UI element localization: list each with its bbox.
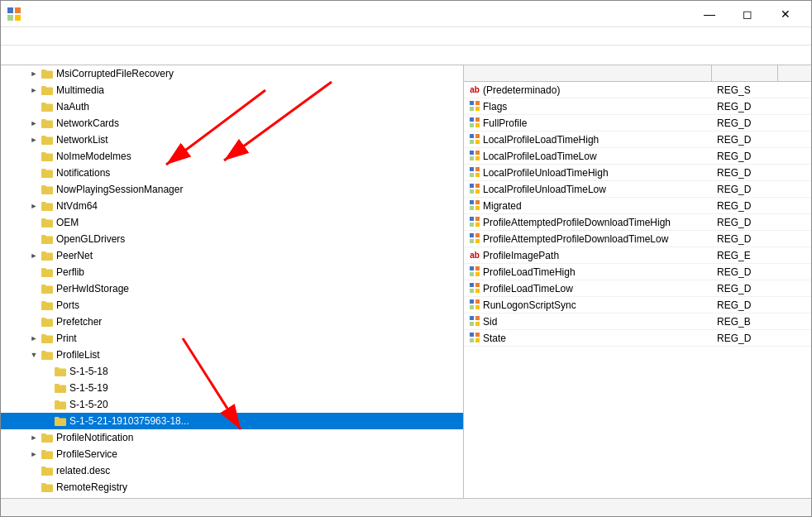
expand-icon-NetworkList[interactable]: ► [27,133,41,146]
tree-item-Ports[interactable]: Ports [1,297,463,314]
minimize-button[interactable]: ― [690,1,728,27]
value-type-cell-4: REG_D [712,151,778,162]
tree-item-Prefetcher[interactable]: Prefetcher [1,314,463,330]
expand-icon-ProfileNotification[interactable]: ► [27,431,41,444]
svg-rect-17 [475,134,480,138]
value-row-5[interactable]: LocalProfileUnloadTimeHigh REG_D [464,165,811,181]
expand-icon-NtVdm64[interactable]: ► [27,199,41,213]
value-row-9[interactable]: ProfileAttemptedProfileDownloadTimeLow R… [464,231,811,247]
tree-item-S-1-5-18[interactable]: S-1-5-18 [1,363,463,380]
value-row-8[interactable]: ProfileAttemptedProfileDownloadTimeHigh … [464,214,811,231]
tree-item-S-1-5-19[interactable]: S-1-5-19 [1,380,463,396]
tree-item-Perflib[interactable]: Perflib [1,264,463,280]
menu-favoritos[interactable] [49,35,62,38]
expand-icon-Multimedia[interactable]: ► [27,84,41,97]
tree-item-NetworkList[interactable]: ► NetworkList [1,132,463,148]
tree-item-ProfileList[interactable]: ▼ ProfileList [1,347,463,363]
svg-rect-12 [470,117,474,122]
close-button[interactable]: ✕ [767,1,805,27]
expand-icon-ProfileList[interactable]: ▼ [27,348,41,361]
expand-icon-ProfileService[interactable]: ► [27,448,41,461]
tree-item-NowPlayingSessionManager[interactable]: NowPlayingSessionManager [1,181,463,198]
tree-item-NetworkCards[interactable]: ► NetworkCards [1,115,463,132]
expand-icon-MsiCorruptedFileRecovery[interactable]: ► [27,67,41,80]
no-expand-Ports [27,299,41,312]
address-bar[interactable] [1,45,811,65]
expand-icon-NetworkCards[interactable]: ► [27,117,41,130]
value-row-14[interactable]: Sid REG_B [464,314,811,330]
value-name-text-5: LocalProfileUnloadTimeHigh [483,167,609,179]
reg-icon-grid [469,217,480,228]
registry-editor-window: ― ◻ ✕ [0,0,812,517]
maximize-button[interactable]: ◻ [728,1,767,27]
svg-rect-28 [470,184,474,188]
tree-item-RemoteRegistry[interactable]: RemoteRegistry [1,479,463,495]
svg-rect-13 [475,117,480,122]
header-name[interactable] [464,65,712,81]
value-name-cell-7: Migrated [464,200,712,212]
folder-icon-NetworkCards [41,117,54,129]
menu-archivo[interactable] [4,35,17,38]
value-name-cell-8: ProfileAttemptedProfileDownloadTimeHigh [464,217,712,228]
tree-item-NaAuth[interactable]: NaAuth [1,98,463,115]
value-type-cell-12: REG_D [712,283,778,294]
tree-item-Notifications[interactable]: Notifications [1,165,463,181]
value-row-12[interactable]: ProfileLoadTimeLow REG_D [464,280,811,297]
tree-label-NoImeModelmes: NoImeModelmes [56,151,131,162]
folder-icon-Prefetcher [41,316,54,328]
tree-item-NoImeModelmes[interactable]: NoImeModelmes [1,148,463,165]
value-row-0[interactable]: ab (Predeterminado) REG_S [464,82,811,98]
tree-item-MsiCorruptedFileRecovery[interactable]: ► MsiCorruptedFileRecovery [1,65,463,82]
menu-edicion[interactable] [19,35,32,38]
folder-icon-Print [41,333,54,344]
svg-rect-27 [475,173,480,177]
value-row-6[interactable]: LocalProfileUnloadTimeLow REG_D [464,181,811,198]
expand-icon-Print[interactable]: ► [27,332,41,345]
tree-item-NtVdm64[interactable]: ► NtVdm64 [1,198,463,214]
folder-icon-S-1-5-18 [54,366,67,377]
tree-item-OEM[interactable]: OEM [1,214,463,231]
svg-rect-50 [470,289,474,293]
folder-icon-S-1-5-20 [54,399,67,410]
svg-rect-9 [475,101,480,105]
tree-item-S-1-5-21[interactable]: S-1-5-21-1910375963-18... [1,413,463,429]
expand-icon-PeerNet[interactable]: ► [27,249,41,262]
value-row-7[interactable]: Migrated REG_D [464,198,811,214]
folder-icon-Multimedia [41,84,54,96]
tree-item-PerHwIdStorage[interactable]: PerHwIdStorage [1,280,463,297]
tree-item-related.desc[interactable]: related.desc [1,462,463,479]
value-type-cell-13: REG_D [712,299,778,311]
value-row-10[interactable]: ab ProfileImagePath REG_E [464,247,811,264]
reg-icon-grid [469,117,480,129]
menu-ayuda[interactable] [64,35,77,38]
registry-tree[interactable]: ► MsiCorruptedFileRecovery► Multimedia N… [1,65,464,498]
value-row-11[interactable]: ProfileLoadTimeHigh REG_D [464,264,811,280]
svg-rect-31 [475,189,480,194]
main-content: ► MsiCorruptedFileRecovery► Multimedia N… [1,65,811,498]
value-row-3[interactable]: LocalProfileLoadTimeHigh REG_D [464,132,811,148]
folder-icon-Perflib [41,266,54,278]
folder-icon-NowPlayingSessionManager [41,184,54,195]
value-type-cell-1: REG_D [712,101,778,112]
no-expand-OEM [27,216,41,229]
menu-ver[interactable] [34,35,47,38]
header-type[interactable] [712,65,778,81]
value-row-4[interactable]: LocalProfileLoadTimeLow REG_D [464,148,811,165]
tree-item-OpenGLDrivers[interactable]: OpenGLDrivers [1,231,463,247]
no-expand-S-1-5-20 [41,398,54,411]
tree-item-Print[interactable]: ► Print [1,330,463,347]
svg-rect-16 [470,134,474,138]
value-row-13[interactable]: RunLogonScriptSync REG_D [464,297,811,314]
tree-item-PeerNet[interactable]: ► PeerNet [1,247,463,264]
value-row-1[interactable]: Flags REG_D [464,98,811,115]
svg-rect-49 [475,283,480,287]
svg-rect-54 [470,305,474,309]
value-name-cell-13: RunLogonScriptSync [464,299,712,311]
tree-item-S-1-5-20[interactable]: S-1-5-20 [1,396,463,413]
value-row-15[interactable]: State REG_D [464,330,811,347]
tree-item-ProfileService[interactable]: ► ProfileService [1,446,463,462]
tree-item-Multimedia[interactable]: ► Multimedia [1,82,463,98]
tree-item-ProfileNotification[interactable]: ► ProfileNotification [1,429,463,446]
reg-icon-grid [469,134,480,146]
value-row-2[interactable]: FullProfile REG_D [464,115,811,132]
